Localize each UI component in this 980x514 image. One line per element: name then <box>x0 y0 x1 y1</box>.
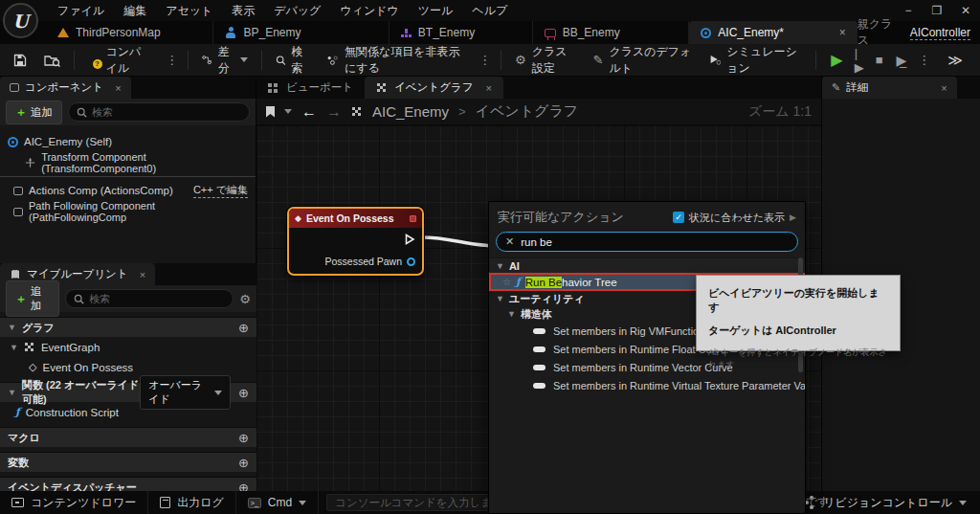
menu-help[interactable]: ヘルプ <box>462 0 517 22</box>
eject-button[interactable]: ▶̲ <box>891 51 913 70</box>
add-blueprint-item-button[interactable]: ＋ 追加 <box>6 280 59 317</box>
close-tab-icon[interactable]: × <box>140 269 145 280</box>
clear-search-icon[interactable]: ✕ <box>505 235 514 248</box>
browse-button[interactable] <box>36 49 68 72</box>
class-defaults-button[interactable]: ✎ クラスのデフォルト <box>586 39 700 81</box>
breadcrumb-current[interactable]: イベントグラフ <box>476 102 578 121</box>
breadcrumb-root[interactable]: AIC_Enemy <box>372 103 449 120</box>
category-ai[interactable]: ▼ AI <box>489 257 805 273</box>
component-row-path-following[interactable]: Path Following Component (PathFollowingC… <box>0 201 256 222</box>
possessed-pawn-pin-row[interactable]: Possessed Pawn <box>324 256 415 267</box>
section-macros[interactable]: マクロ ⊕ <box>0 427 256 447</box>
compile-label: コンパイル <box>106 44 153 77</box>
add-graph-icon[interactable]: ⊕ <box>238 321 249 335</box>
row-event-on-possess[interactable]: ◇ Event On Possess <box>0 357 256 377</box>
parent-class-link[interactable]: AIController <box>910 26 970 40</box>
menu-asset[interactable]: アセット <box>156 0 222 22</box>
override-dropdown[interactable]: オーバーライド <box>140 375 231 410</box>
close-tab-icon[interactable]: × <box>941 82 947 94</box>
menu-tools[interactable]: ツール <box>409 0 463 22</box>
event-graph-tab[interactable]: イベントグラフ × <box>365 77 503 99</box>
output-log-button[interactable]: 出力ログ <box>148 491 236 514</box>
exec-output-pin[interactable] <box>404 234 415 248</box>
checkbox-checked-icon[interactable]: ✓ <box>673 212 684 223</box>
close-button[interactable]: ✕ <box>951 0 980 21</box>
event-on-possess-node[interactable]: ◆ Event On Possess Possessed Pawn <box>287 207 424 276</box>
node-title: Event On Possess <box>306 212 394 224</box>
compile-options-icon[interactable]: ⋮ <box>162 49 182 71</box>
expander-icon[interactable]: ▼ <box>496 261 504 271</box>
hide-unrelated-button[interactable]: 無関係な項目を非表示にする <box>319 39 473 81</box>
nav-forward-icon[interactable]: → <box>326 103 342 121</box>
diff-button[interactable]: 差分 <box>194 39 256 81</box>
tab-label: BB_Enemy <box>563 26 620 39</box>
bookmark-chevron-icon[interactable] <box>284 109 292 114</box>
compile-button[interactable]: ? コンパイル <box>80 39 160 81</box>
simulation-button[interactable]: シミュレーション <box>702 39 810 81</box>
add-component-button[interactable]: ＋ 追加 <box>6 101 62 124</box>
frame-skip-button[interactable]: |▶ <box>851 44 868 77</box>
save-button[interactable] <box>6 49 34 72</box>
close-tab-icon[interactable]: × <box>485 82 491 94</box>
components-search-input[interactable] <box>92 106 241 118</box>
tab-label: BP_Enemy <box>243 26 301 39</box>
cmd-dropdown[interactable]: >_ Cmd <box>236 491 319 514</box>
details-tab[interactable]: ✎ 詳細 × <box>822 77 957 99</box>
menu-view[interactable]: 表示 <box>222 0 264 22</box>
component-row-transform[interactable]: Transform Component (TransformComponent0… <box>0 152 256 173</box>
panel-settings-icon[interactable]: ⚙ <box>239 292 251 306</box>
menu-file[interactable]: ファイル <box>48 0 114 22</box>
ai-controller-icon <box>8 137 18 147</box>
close-tab-icon[interactable]: × <box>115 82 121 94</box>
class-settings-button[interactable]: ⚙ クラス設定 <box>507 39 583 81</box>
node-header[interactable]: ◆ Event On Possess <box>289 209 422 228</box>
play-options-icon[interactable]: ⋮ <box>914 49 934 71</box>
expander-icon[interactable]: ▼ <box>8 388 16 397</box>
menu-item-set-members-virtual-texture[interactable]: Set members in Runtime Virtual Texture P… <box>489 376 805 394</box>
component-label: AIC_Enemy (Self) <box>24 136 112 147</box>
menu-debug[interactable]: デバッグ <box>264 0 330 22</box>
action-search-input[interactable] <box>521 236 789 248</box>
stop-button[interactable]: ■ <box>870 51 889 69</box>
toolbar-overflow-icon[interactable]: ≫ <box>936 52 974 69</box>
component-row-self[interactable]: AIC_Enemy (Self) <box>0 131 256 152</box>
find-button[interactable]: 検索 <box>268 39 318 81</box>
edit-in-cpp-link[interactable]: C++ で編集 <box>193 183 248 198</box>
row-label: Construction Script <box>26 407 119 418</box>
context-sensitive-toggle[interactable]: ✓ 状況に合わせた表示 ▶ <box>673 211 796 225</box>
my-blueprint-tab-label: マイブループリント <box>27 267 128 281</box>
nav-back-icon[interactable]: ← <box>301 103 317 121</box>
favorite-star-icon[interactable]: ☆ <box>502 277 511 287</box>
menu-window[interactable]: ウィンドウ <box>330 0 408 22</box>
content-drawer-button[interactable]: コンテンツドロワー <box>0 491 148 514</box>
section-functions[interactable]: ▼ 関数 (22 オーバーライド可能) オーバーライド ⊕ <box>0 382 256 402</box>
action-search[interactable]: ✕ <box>496 232 798 252</box>
expander-icon[interactable]: ▼ <box>10 343 18 352</box>
component-label: Actions Comp (ActionsComp) <box>29 185 173 196</box>
component-row-actions[interactable]: Actions Comp (ActionsComp) C++ で編集 <box>0 180 256 201</box>
my-blueprint-search-input[interactable] <box>89 293 225 304</box>
components-tab[interactable]: コンポーネント × <box>0 77 131 99</box>
section-graphs[interactable]: ▼ グラフ ⊕ <box>0 317 256 337</box>
section-variables[interactable]: 変数 ⊕ <box>0 452 256 472</box>
struct-icon <box>533 365 546 370</box>
play-button[interactable]: ▶ <box>825 49 848 71</box>
section-label: グラフ <box>22 321 55 335</box>
maximize-button[interactable]: ❐ <box>923 0 951 21</box>
bookmark-icon[interactable] <box>266 106 275 118</box>
expander-icon[interactable]: ▼ <box>496 294 504 303</box>
add-macro-icon[interactable]: ⊕ <box>238 431 249 445</box>
add-function-icon[interactable]: ⊕ <box>238 386 249 400</box>
my-blueprint-search[interactable] <box>65 289 234 308</box>
chevron-right-icon[interactable]: ▶ <box>790 212 796 222</box>
add-variable-icon[interactable]: ⊕ <box>238 456 249 470</box>
viewport-tab[interactable]: ビューポート <box>256 77 365 99</box>
row-event-graph[interactable]: ▼ EventGraph <box>0 337 256 357</box>
hide-unrelated-options-icon[interactable]: ⋮ <box>475 49 495 71</box>
pawn-pin-icon[interactable] <box>407 257 415 266</box>
expander-icon[interactable]: ▼ <box>8 323 16 332</box>
menu-edit[interactable]: 編集 <box>114 0 156 22</box>
close-tab-icon[interactable]: × <box>839 26 846 39</box>
components-search[interactable] <box>68 102 250 122</box>
expander-icon[interactable]: ▼ <box>507 309 516 319</box>
